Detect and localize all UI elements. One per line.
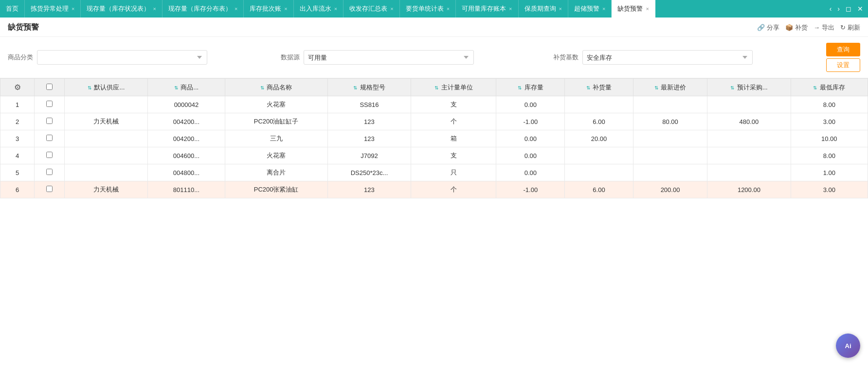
sort-icon-replenish: ⇅ (586, 85, 590, 90)
table-row: 5004800...离合片DS250*23c...只0.001.00 (0, 164, 868, 181)
tab-close-icon[interactable]: × (559, 6, 562, 12)
th-estimated-purchase[interactable]: ⇅ 预计采购... (707, 79, 791, 96)
cell-supplier (64, 164, 147, 181)
query-button[interactable]: 查询 (826, 43, 860, 56)
cell-checkbox[interactable] (35, 130, 65, 147)
row-checkbox[interactable] (46, 169, 53, 175)
share-button[interactable]: 🔗 分享 (757, 23, 779, 32)
tab-item[interactable]: 可用量库存账本× (456, 0, 518, 18)
cell-unit: 个 (411, 181, 496, 198)
tab-item[interactable]: 现存量（库存分布表）× (163, 0, 244, 18)
tab-item[interactable]: 首页 (0, 0, 25, 18)
tab-close-icon[interactable]: × (153, 6, 156, 12)
tab-item[interactable]: 拣货异常处理× (25, 0, 81, 18)
cell-checkbox[interactable] (35, 113, 65, 130)
replenish-basis-select[interactable]: 安全库存 (582, 50, 753, 65)
settings-button[interactable]: 设置 (826, 58, 860, 72)
tab-item[interactable]: 收发存汇总表× (344, 0, 399, 18)
header-actions: 🔗 分享 📦 补货 → 导出 ↻ 刷新 (757, 23, 860, 32)
tab-restore-button[interactable]: ◻ (843, 3, 854, 15)
tab-close-icon[interactable]: × (334, 6, 337, 12)
datasource-select[interactable]: 可用量 (304, 50, 474, 65)
tab-close-icon[interactable]: × (390, 6, 393, 12)
row-checkbox[interactable] (46, 118, 53, 124)
tab-close-icon[interactable]: × (509, 6, 512, 12)
cell-estimated-purchase (707, 147, 791, 164)
cell-replenish (565, 96, 633, 113)
category-label: 商品分类 (8, 53, 33, 62)
filter-action-buttons: 查询 设置 (826, 43, 860, 72)
cell-supplier (64, 96, 147, 113)
cell-goods-code: 0000042 (148, 96, 225, 113)
cell-spec: J7092 (327, 147, 411, 164)
tab-item[interactable]: 超储预警× (568, 0, 612, 18)
cell-goods-name: 火花塞 (225, 147, 327, 164)
sort-icon-unit: ⇅ (434, 85, 438, 90)
sort-icon-latest-price: ⇅ (654, 85, 658, 90)
cell-stock: 0.00 (496, 147, 565, 164)
th-latest-price[interactable]: ⇅ 最新进价 (633, 79, 707, 96)
th-min-stock[interactable]: ⇅ 最低库存 (791, 79, 868, 96)
th-supplier[interactable]: ⇅ 默认供应... (64, 79, 147, 96)
cell-checkbox[interactable] (35, 147, 65, 164)
th-replenish[interactable]: ⇅ 补货量 (565, 79, 633, 96)
tab-close-icon[interactable]: × (235, 6, 237, 12)
cell-goods-code: 004800... (148, 164, 225, 181)
cell-unit: 只 (411, 164, 496, 181)
tab-prev-button[interactable]: ‹ (827, 3, 835, 15)
cell-supplier: 力天机械 (64, 113, 147, 130)
export-button[interactable]: → 导出 (814, 23, 834, 32)
cell-index: 2 (0, 113, 35, 130)
tab-item[interactable]: 保质期查询× (519, 0, 568, 18)
row-checkbox[interactable] (46, 135, 53, 141)
ai-assistant-button[interactable]: Ai (836, 334, 860, 358)
row-checkbox[interactable] (46, 152, 53, 158)
cell-index: 5 (0, 164, 35, 181)
th-unit[interactable]: ⇅ 主计量单位 (411, 79, 496, 96)
page-header: 缺货预警 🔗 分享 📦 补货 → 导出 ↻ 刷新 (0, 18, 868, 37)
cell-checkbox[interactable] (35, 96, 65, 113)
tab-close-icon[interactable]: × (646, 6, 649, 12)
page-title: 缺货预警 (8, 22, 39, 33)
column-settings-button[interactable]: ⚙ (14, 83, 21, 92)
tab-close-icon[interactable]: × (284, 6, 287, 12)
tab-close-icon[interactable]: × (447, 6, 450, 12)
cell-latest-price (633, 147, 707, 164)
tab-close-icon[interactable]: × (72, 6, 74, 12)
row-checkbox[interactable] (46, 101, 53, 107)
th-goods-name[interactable]: ⇅ 商品名称 (225, 79, 327, 96)
row-checkbox[interactable] (46, 186, 53, 192)
cell-estimated-purchase (707, 96, 791, 113)
cell-unit: 箱 (411, 130, 496, 147)
cell-checkbox[interactable] (35, 164, 65, 181)
sort-icon-stock: ⇅ (518, 85, 522, 90)
cell-goods-name: 离合片 (225, 164, 327, 181)
cell-checkbox[interactable] (35, 181, 65, 198)
main-content: 缺货预警 🔗 分享 📦 补货 → 导出 ↻ 刷新 商品分类 (0, 18, 868, 387)
th-spec[interactable]: ⇅ 规格型号 (327, 79, 411, 96)
sort-icon-spec: ⇅ (353, 85, 357, 90)
sort-icon-goods-code: ⇅ (174, 85, 178, 90)
cell-goods-code: 004600... (148, 147, 225, 164)
filter-bar: 商品分类 数据源 可用量 补货基数 安全库存 查询 设置 (0, 37, 868, 78)
tab-item[interactable]: 库存批次账× (244, 0, 293, 18)
tab-item[interactable]: 要货单统计表× (400, 0, 456, 18)
refresh-button[interactable]: ↻ 刷新 (840, 23, 860, 32)
table-row: 10000042火花塞SS816支0.008.00 (0, 96, 868, 113)
th-stock[interactable]: ⇅ 库存量 (496, 79, 565, 96)
select-all-checkbox[interactable] (46, 84, 53, 90)
cell-goods-name: 三九 (225, 130, 327, 147)
tab-item[interactable]: 出入库流水× (294, 0, 344, 18)
cell-spec: 123 (327, 113, 411, 130)
cell-stock: -1.00 (496, 181, 565, 198)
tab-item[interactable]: 缺货预警× (612, 0, 655, 18)
cell-index: 6 (0, 181, 35, 198)
tab-close-all-button[interactable]: ✕ (854, 3, 866, 15)
th-goods-code[interactable]: ⇅ 商品... (148, 79, 225, 96)
export-icon: → (814, 24, 820, 31)
tab-next-button[interactable]: › (834, 3, 843, 15)
replenish-button[interactable]: 📦 补货 (785, 23, 808, 32)
tab-item[interactable]: 现存量（库存状况表）× (81, 0, 162, 18)
tab-close-icon[interactable]: × (602, 6, 605, 12)
category-select[interactable] (37, 50, 207, 65)
